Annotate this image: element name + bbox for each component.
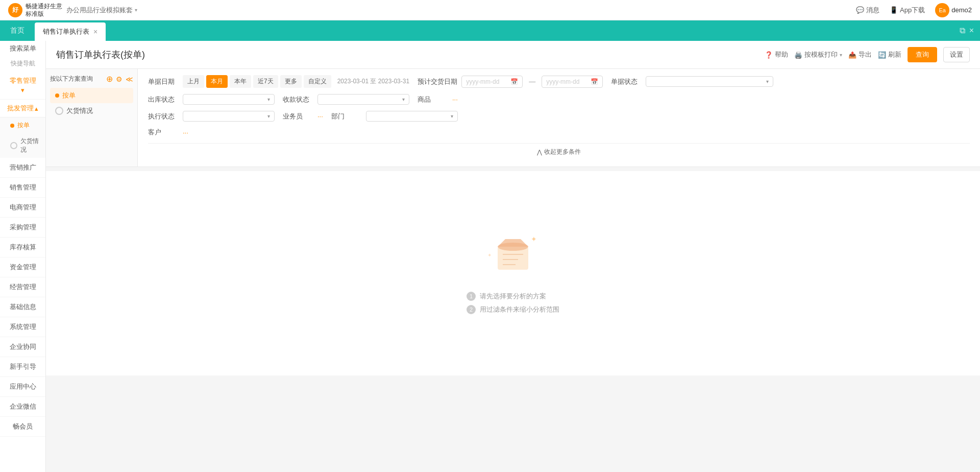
outbound-status-select[interactable]: ▾	[183, 94, 275, 105]
help-button[interactable]: ❓ 帮助	[765, 50, 788, 59]
filter-order-status-item: 单据状态 ▾	[611, 76, 773, 87]
date-btn-custom[interactable]: 自定义	[304, 75, 331, 88]
settings-button[interactable]: 设置	[943, 47, 970, 62]
page-header: 销售订单执行表(按单) ❓ 帮助 🖨️ 按模板打印 ▾ 📤 导出 🔄 刷新	[46, 41, 980, 69]
filter-plan-item-press[interactable]: 按单	[50, 88, 133, 103]
sidebar-search[interactable]: 搜索菜单	[0, 41, 45, 56]
sidebar-item-appstore[interactable]: 应用中心	[0, 377, 45, 397]
topbar-right: 💬 消息 📱 App下载 Ea demo2	[856, 3, 972, 17]
sidebar-item-marketing[interactable]: 营销推广	[0, 158, 45, 178]
logo-icon: 好	[8, 3, 22, 17]
payment-status-select[interactable]: ▾	[317, 94, 409, 105]
filter-date-range: 2023-03-01 至 2023-03-31	[337, 77, 409, 86]
filter-salesperson-item: 业务员 ···	[283, 112, 323, 121]
filter-payment-label: 收款状态	[283, 95, 313, 104]
sidebar-nav-label[interactable]: 快捷导航	[0, 56, 45, 71]
refresh-button[interactable]: 🔄 刷新	[878, 50, 901, 59]
filter-expected-date-label: 预计交货日期	[418, 77, 457, 86]
tab-home[interactable]: 首页	[0, 20, 35, 41]
sidebar-item-purchase[interactable]: 采购管理	[0, 218, 45, 238]
sidebar-item-cooperation[interactable]: 企业协同	[0, 337, 45, 357]
sidebar-item-base[interactable]: 基础信息	[0, 297, 45, 317]
filter-row-2: 出库状态 ▾ 收款状态 ▾	[148, 94, 970, 105]
collapse-button[interactable]: ⋀ 收起更多条件	[537, 148, 581, 156]
order-status-chevron-icon: ▾	[766, 79, 769, 84]
retail-chevron-icon: ▾	[21, 86, 24, 94]
content-area: 销售订单执行表(按单) ❓ 帮助 🖨️ 按模板打印 ▾ 📤 导出 🔄 刷新	[46, 41, 980, 472]
expected-date-end-input[interactable]: yyyy-mm-dd 📅	[542, 76, 603, 88]
message-icon: 💬	[856, 6, 864, 14]
filter-collapse: ⋀ 收起更多条件	[148, 143, 970, 160]
outbound-chevron-icon: ▾	[267, 97, 270, 102]
date-btn-7days[interactable]: 近7天	[253, 75, 278, 88]
user-profile[interactable]: Ea demo2	[935, 3, 972, 17]
sidebar-item-inventory[interactable]: 库存核算	[0, 238, 45, 257]
sidebar-item-wholesale[interactable]: 批发管理 ▴	[0, 100, 45, 117]
svg-text:✦: ✦	[531, 235, 537, 243]
dept-select[interactable]: ▾	[366, 111, 458, 122]
tab-close-icon[interactable]: ×	[93, 28, 97, 36]
wholesale-label: 批发管理	[7, 104, 34, 113]
tabbar-window-controls: ⧉ ×	[960, 20, 980, 41]
refresh-icon: 🔄	[878, 51, 886, 59]
print-chevron-icon: ▾	[840, 52, 842, 58]
page-title: 销售订单执行表(按单)	[56, 49, 145, 61]
print-button[interactable]: 🖨️ 按模板打印 ▾	[794, 50, 842, 59]
sidebar-item-wechat[interactable]: 企业微信	[0, 397, 45, 417]
sidebar-item-finance[interactable]: 资金管理	[0, 257, 45, 277]
sidebar-sub-menu: 按单 欠货情况	[0, 117, 45, 158]
message-action[interactable]: 💬 消息	[856, 6, 879, 15]
sidebar-item-retail[interactable]: 零售管理 ▾	[0, 71, 45, 100]
filter-payment-item: 收款状态 ▾	[283, 94, 409, 105]
sidebar-item-system[interactable]: 系统管理	[0, 317, 45, 337]
expected-date-start-input[interactable]: yyyy-mm-dd 📅	[461, 76, 523, 88]
sidebar-item-operation[interactable]: 经营管理	[0, 277, 45, 297]
svg-text:✦: ✦	[487, 252, 492, 258]
date-btn-prev-month[interactable]: 上月	[183, 75, 204, 88]
plan-inactive-ring-icon	[55, 107, 63, 115]
export-button[interactable]: 📤 导出	[848, 50, 872, 59]
dept-chevron-icon: ▾	[451, 113, 453, 119]
date-btn-curr-year[interactable]: 本年	[230, 75, 251, 88]
order-status-select[interactable]: ▾	[646, 76, 773, 87]
sidebar-item-member[interactable]: 畅会员	[0, 417, 45, 437]
sidebar-item-sales[interactable]: 销售管理	[0, 178, 45, 198]
empty-state-tips: 1 请先选择要分析的方案 2 用过滤条件来缩小分析范围	[467, 292, 559, 318]
filter-goods-label: 商品	[418, 95, 448, 104]
filter-customer-label: 客户	[148, 128, 179, 137]
sidebar-item-guide[interactable]: 新手引导	[0, 357, 45, 377]
goods-more-icon[interactable]: ···	[452, 96, 458, 103]
collapse-up-icon: ⋀	[537, 149, 542, 156]
filter-panel: 按以下方案查询 ⊕ ⚙ ≪ 按单 欠货情况	[46, 69, 980, 167]
restore-window-button[interactable]: ⧉	[960, 26, 965, 35]
date-separator: —	[529, 78, 535, 85]
app-download-action[interactable]: 📱 App下载	[890, 6, 925, 15]
sidebar-sub-item-press[interactable]: 按单	[0, 117, 45, 133]
date-btn-more[interactable]: 更多	[280, 75, 302, 88]
tab-sales-order-execution[interactable]: 销售订单执行表 ×	[35, 22, 106, 41]
calendar-end-icon: 📅	[591, 78, 598, 85]
topbar-title[interactable]: 办公用品行业模拟账套 ▾	[66, 6, 137, 15]
filter-plan-item-arrears[interactable]: 欠货情况	[50, 103, 133, 119]
sidebar-item-ecommerce[interactable]: 电商管理	[0, 198, 45, 218]
filter-date-group: 上月 本月 本年 近7天 更多 自定义	[183, 75, 331, 88]
salesperson-more-icon[interactable]: ···	[317, 112, 323, 120]
filter-outbound-label: 出库状态	[148, 95, 179, 104]
settings-plan-icon[interactable]: ⚙	[116, 75, 122, 83]
query-button[interactable]: 查询	[908, 47, 937, 62]
collapse-plan-icon[interactable]: ≪	[126, 75, 133, 83]
sidebar-sub-item-arrears[interactable]: 欠货情况	[0, 133, 45, 158]
customer-more-icon[interactable]: ···	[183, 129, 188, 136]
topbar-title-arrow-icon: ▾	[135, 7, 137, 13]
execution-status-select[interactable]: ▾	[183, 111, 275, 122]
filter-plan-icons: ⊕ ⚙ ≪	[106, 74, 133, 84]
date-btn-curr-month[interactable]: 本月	[206, 75, 228, 88]
print-icon: 🖨️	[794, 51, 802, 59]
plan-active-dot-icon	[55, 93, 59, 98]
filter-expected-date-item: 预计交货日期 yyyy-mm-dd 📅 — yyyy-mm-dd 📅	[418, 76, 603, 88]
filter-dept-label: 部门	[331, 112, 362, 121]
logo-text: 畅捷通好生意 标准版	[26, 3, 62, 17]
add-plan-icon[interactable]: ⊕	[106, 74, 113, 84]
main-layout: 搜索菜单 快捷导航 零售管理 ▾ 批发管理 ▴ 按单 欠货情况 营销推广 销售管…	[0, 41, 980, 472]
close-window-button[interactable]: ×	[969, 26, 974, 35]
